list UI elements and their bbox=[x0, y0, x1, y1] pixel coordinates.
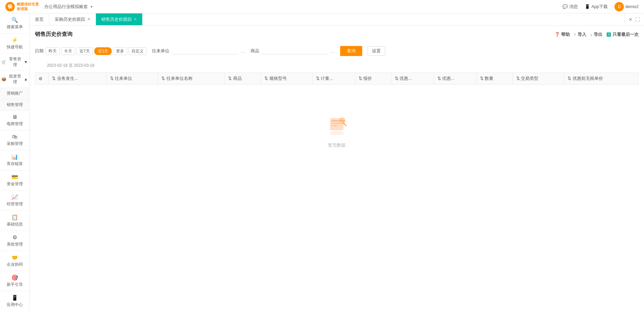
sort-icon-pre-tax-price: ⇅ bbox=[568, 76, 571, 81]
sidebar-item-inventory[interactable]: 📊 库存核算 bbox=[0, 150, 29, 170]
phone-icon: 📱 bbox=[585, 4, 590, 9]
sidebar-item-sales[interactable]: 销售管理 bbox=[0, 99, 29, 111]
search-icon: 🔍 bbox=[11, 17, 18, 23]
tab-bar: 首页 采购历史价跟踪 ✕ 销售历史价跟踪 ✕ ✕ ⛶ bbox=[30, 13, 644, 25]
user-menu[interactable]: D demo2 bbox=[614, 2, 639, 11]
tab-purchase-history-close[interactable]: ✕ bbox=[87, 17, 90, 21]
only-last-checkbox[interactable] bbox=[606, 32, 611, 37]
date-btn-custom[interactable]: 自定义 bbox=[128, 47, 147, 55]
chevron-up-icon: ▲ bbox=[24, 77, 28, 82]
sidebar-item-ecommerce[interactable]: 🖥 电商管理 bbox=[0, 111, 29, 131]
sidebar-item-shortcut[interactable]: ⚡ 快捷导航 bbox=[0, 34, 29, 54]
operations-icon: 📈 bbox=[11, 194, 18, 200]
tab-sales-history[interactable]: 销售历史价跟踪 ✕ bbox=[96, 13, 143, 25]
page-content: 销售历史价查询 ❓ 帮助 ↑ 导入 ↓ 导出 bbox=[30, 25, 644, 310]
table-header-unit[interactable]: ⇅ 计量... bbox=[312, 73, 355, 85]
app-center-icon: 📱 bbox=[11, 295, 18, 301]
partner-filter-group: 往来单位 ... bbox=[152, 48, 245, 54]
logo-area: 畅 畅捷信好生意 标准版 bbox=[5, 2, 39, 11]
sidebar-item-retail[interactable]: 🛒 零售管理 ▼ bbox=[0, 54, 29, 71]
empty-state-text: 暂无数据 bbox=[328, 142, 345, 148]
app-download-button[interactable]: 📱 App下载 bbox=[585, 4, 608, 10]
sort-icon-spec: ⇅ bbox=[264, 76, 268, 81]
svg-point-0 bbox=[329, 131, 344, 135]
table-container: ⚙ ⇅ 业务发生... ⇅ 往来单位 ⇅ bbox=[35, 72, 639, 175]
tab-spacer bbox=[143, 13, 624, 25]
main-layout: 🔍 搜索菜单 ⚡ 快捷导航 🛒 零售管理 ▼ 📦 批发管理 ▲ 营销推广 销售管… bbox=[0, 13, 644, 310]
date-btn-1month[interactable]: 近1月 bbox=[94, 47, 112, 55]
date-btn-yesterday[interactable]: 昨天 bbox=[46, 47, 60, 55]
table-header-partner-code[interactable]: ⇅ 往来单位 bbox=[106, 73, 158, 85]
sidebar-item-enterprise[interactable]: 🤝 企业协同 bbox=[0, 251, 29, 271]
table-settings-icon[interactable]: ⚙ bbox=[39, 76, 43, 81]
sidebar-item-shortcut-label: 快捷导航 bbox=[7, 44, 23, 50]
tab-purchase-history[interactable]: 采购历史价跟踪 ✕ bbox=[49, 13, 96, 25]
top-bar-left: 畅 畅捷信好生意 标准版 办公用品行业模拟账套 ▾ bbox=[5, 2, 93, 11]
empty-icon bbox=[323, 111, 350, 138]
sort-icon-goods: ⇅ bbox=[228, 76, 232, 81]
table-header-spec[interactable]: ⇅ 规格型号 bbox=[261, 73, 313, 85]
table-header-discount2[interactable]: ⇅ 优惠... bbox=[434, 73, 476, 85]
svg-line-6 bbox=[343, 123, 346, 126]
date-options: 昨天 今天 近7天 近1月 更多 自定义 bbox=[46, 47, 147, 55]
system-icon: ⚙ bbox=[12, 234, 17, 241]
sidebar-item-purchase[interactable]: 🛍 采购管理 bbox=[0, 131, 29, 150]
retail-icon: 🛒 bbox=[1, 60, 6, 64]
finance-icon: 💳 bbox=[11, 174, 18, 180]
message-button[interactable]: 💬 消息 bbox=[562, 4, 578, 10]
sort-icon-discount1: ⇅ bbox=[395, 76, 398, 81]
inventory-icon: 📊 bbox=[11, 154, 18, 160]
date-btn-7days[interactable]: 近7天 bbox=[76, 47, 93, 55]
sidebar-item-system[interactable]: ⚙ 系统管理 bbox=[0, 231, 29, 251]
enterprise-icon: 🤝 bbox=[11, 254, 18, 261]
partner-picker-icon[interactable]: ... bbox=[240, 48, 245, 54]
table-header-biz-date[interactable]: ⇅ 业务发生... bbox=[49, 73, 107, 85]
tab-fullscreen-icon[interactable]: ⛶ bbox=[635, 17, 640, 22]
ecommerce-icon: 🖥 bbox=[12, 114, 17, 120]
settings-button[interactable]: 设置 bbox=[368, 46, 385, 56]
sidebar-item-app-center[interactable]: 📱 应用中心 bbox=[0, 291, 29, 310]
import-button[interactable]: ↑ 导入 bbox=[574, 32, 586, 38]
table-header-trade-type[interactable]: ⇅ 交易类型 bbox=[513, 73, 564, 85]
tab-close-all-icon[interactable]: ✕ bbox=[629, 17, 633, 22]
sidebar-item-operations[interactable]: 📈 经营管理 bbox=[0, 191, 29, 211]
date-btn-today[interactable]: 今天 bbox=[61, 47, 75, 55]
query-button[interactable]: 查询 bbox=[340, 46, 362, 56]
table-header-discount1[interactable]: ⇅ 优惠... bbox=[391, 73, 434, 85]
sidebar-item-basic[interactable]: 📋 基础信息 bbox=[0, 211, 29, 231]
only-last-checkbox-label[interactable]: 只看最后一次 bbox=[606, 32, 639, 38]
tab-home[interactable]: 首页 bbox=[30, 13, 49, 25]
table-header-quantity[interactable]: ⇅ 数量 bbox=[476, 73, 513, 85]
date-btn-more[interactable]: 更多 bbox=[113, 47, 127, 55]
app-title-dropdown[interactable]: ▾ bbox=[91, 4, 93, 9]
tab-sales-history-close[interactable]: ✕ bbox=[134, 17, 137, 21]
sidebar-item-marketing[interactable]: 营销推广 bbox=[0, 88, 29, 99]
table-header-quote[interactable]: ⇅ 报价 bbox=[355, 73, 391, 85]
sort-icon-partner-code: ⇅ bbox=[110, 76, 114, 81]
date-label: 日期 bbox=[35, 48, 44, 54]
top-bar: 畅 畅捷信好生意 标准版 办公用品行业模拟账套 ▾ 💬 消息 📱 App下载 D… bbox=[0, 0, 644, 13]
table-header-partner-name[interactable]: ⇅ 往来单位名称 bbox=[158, 73, 225, 85]
data-table: ⚙ ⇅ 业务发生... ⇅ 往来单位 ⇅ bbox=[35, 72, 639, 85]
sidebar-item-guide[interactable]: 🎯 新手引导 bbox=[0, 271, 29, 291]
content-area: 首页 采购历史价跟踪 ✕ 销售历史价跟踪 ✕ ✕ ⛶ 销售历史价查询 bbox=[30, 13, 644, 310]
svg-rect-3 bbox=[331, 123, 339, 124]
page-title: 销售历史价查询 bbox=[35, 31, 72, 38]
goods-picker-icon[interactable]: ... bbox=[330, 48, 335, 54]
export-icon: ↓ bbox=[590, 32, 593, 37]
sidebar-item-wholesale[interactable]: 📦 批发管理 ▲ bbox=[0, 71, 29, 88]
page-title-bar: 销售历史价查询 ❓ 帮助 ↑ 导入 ↓ 导出 bbox=[35, 31, 639, 38]
goods-label: 商品 bbox=[251, 48, 259, 54]
export-button[interactable]: ↓ 导出 bbox=[590, 32, 603, 38]
app-title: 办公用品行业模拟账套 bbox=[44, 4, 88, 10]
partner-input[interactable] bbox=[171, 48, 238, 54]
sidebar-item-search[interactable]: 🔍 搜索菜单 bbox=[0, 13, 29, 34]
goods-input[interactable] bbox=[261, 48, 328, 54]
sidebar-item-finance[interactable]: 💳 资金管理 bbox=[0, 170, 29, 191]
help-button[interactable]: ❓ 帮助 bbox=[554, 32, 570, 38]
logo-icon: 畅 bbox=[5, 2, 15, 11]
table-header-pre-tax-price[interactable]: ⇅ 优惠前无税单价 bbox=[564, 73, 639, 85]
table-header-row: ⚙ ⇅ 业务发生... ⇅ 往来单位 ⇅ bbox=[35, 73, 639, 85]
table-header-goods[interactable]: ⇅ 商品 bbox=[225, 73, 261, 85]
import-icon: ↑ bbox=[574, 32, 576, 37]
